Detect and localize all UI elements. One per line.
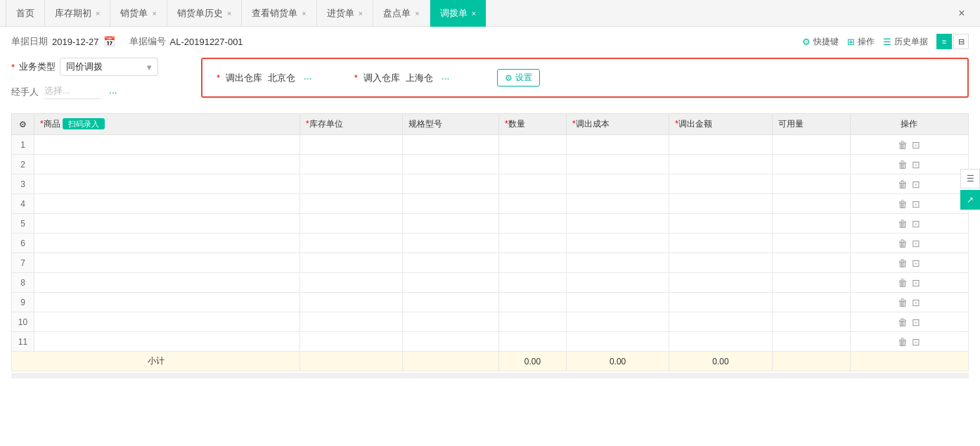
delete-row-10-button[interactable]: 🗑	[898, 317, 908, 328]
tab-purchase-order[interactable]: 进货单 ×	[317, 0, 373, 27]
cost-cell-10[interactable]	[566, 312, 669, 332]
spec-cell-9[interactable]	[403, 293, 499, 312]
delete-row-1-button[interactable]: 🗑	[898, 139, 908, 151]
copy-row-2-button[interactable]: ⊡	[912, 159, 920, 170]
person-select[interactable]: 选择...	[44, 84, 101, 99]
unit-cell-6[interactable]	[300, 234, 403, 253]
tab-transfer-close[interactable]: ×	[472, 9, 476, 18]
delete-row-4-button[interactable]: 🗑	[898, 198, 908, 210]
tab-inventory-init-close[interactable]: ×	[96, 9, 100, 18]
amount-cell-5[interactable]	[669, 214, 772, 234]
amount-cell-11[interactable]	[669, 332, 772, 352]
copy-row-10-button[interactable]: ⊡	[912, 317, 920, 328]
qty-cell-11[interactable]	[498, 332, 566, 352]
settings-button[interactable]: ⚙ 设置	[497, 69, 540, 87]
spec-cell-3[interactable]	[403, 174, 499, 194]
cost-cell-6[interactable]	[566, 234, 669, 253]
product-cell-6[interactable]	[34, 234, 300, 253]
product-cell-5[interactable]	[34, 214, 300, 234]
amount-cell-6[interactable]	[669, 234, 772, 253]
person-more-button[interactable]: ···	[109, 87, 117, 98]
available-cell-2[interactable]	[772, 155, 850, 174]
unit-cell-3[interactable]	[300, 174, 403, 194]
unit-cell-5[interactable]	[300, 214, 403, 234]
shortcut-keys-button[interactable]: ⚙ 快捷键	[802, 36, 839, 48]
right-panel-list-button[interactable]: ☰	[960, 169, 980, 189]
qty-cell-6[interactable]	[498, 234, 566, 253]
operations-button[interactable]: ⊞ 操作	[847, 36, 875, 48]
copy-row-3-button[interactable]: ⊡	[912, 179, 920, 190]
transfer-in-more-button[interactable]: ···	[441, 72, 450, 84]
cost-cell-7[interactable]	[566, 253, 669, 273]
grid-view-button[interactable]: ⊟	[953, 34, 969, 49]
product-cell-8[interactable]	[34, 273, 300, 293]
available-cell-11[interactable]	[772, 332, 850, 352]
delete-row-6-button[interactable]: 🗑	[898, 238, 908, 249]
copy-row-1-button[interactable]: ⊡	[912, 139, 920, 151]
transfer-out-more-button[interactable]: ···	[304, 72, 312, 84]
copy-row-5-button[interactable]: ⊡	[912, 218, 920, 229]
copy-row-11-button[interactable]: ⊡	[912, 336, 920, 348]
tab-view-sales-close[interactable]: ×	[302, 9, 306, 18]
transfer-in-value[interactable]: 上海仓	[406, 72, 433, 84]
tab-transfer[interactable]: 调拨单 ×	[430, 0, 486, 27]
amount-cell-2[interactable]	[669, 155, 772, 174]
copy-row-7-button[interactable]: ⊡	[912, 257, 920, 269]
available-cell-7[interactable]	[772, 253, 850, 273]
delete-row-5-button[interactable]: 🗑	[898, 218, 908, 229]
horizontal-scrollbar[interactable]	[11, 373, 969, 378]
spec-cell-6[interactable]	[403, 234, 499, 253]
product-cell-7[interactable]	[34, 253, 300, 273]
tab-sales-order-close[interactable]: ×	[152, 9, 156, 18]
unit-cell-10[interactable]	[300, 312, 403, 332]
unit-cell-9[interactable]	[300, 293, 403, 312]
transfer-out-value[interactable]: 北京仓	[268, 72, 295, 84]
cost-cell-8[interactable]	[566, 273, 669, 293]
unit-cell-2[interactable]	[300, 155, 403, 174]
list-view-button[interactable]: ≡	[936, 34, 952, 49]
qty-cell-7[interactable]	[498, 253, 566, 273]
tab-sales-history-close[interactable]: ×	[227, 9, 231, 18]
spec-cell-10[interactable]	[403, 312, 499, 332]
product-cell-4[interactable]	[34, 194, 300, 214]
tab-home[interactable]: 首页	[6, 0, 45, 27]
available-cell-4[interactable]	[772, 194, 850, 214]
delete-row-7-button[interactable]: 🗑	[898, 257, 908, 269]
available-cell-6[interactable]	[772, 234, 850, 253]
qty-cell-2[interactable]	[498, 155, 566, 174]
amount-cell-7[interactable]	[669, 253, 772, 273]
unit-cell-8[interactable]	[300, 273, 403, 293]
product-cell-9[interactable]	[34, 293, 300, 312]
qty-cell-9[interactable]	[498, 293, 566, 312]
product-cell-11[interactable]	[34, 332, 300, 352]
calendar-icon[interactable]: 📅	[103, 36, 115, 47]
cost-cell-11[interactable]	[566, 332, 669, 352]
qty-cell-5[interactable]	[498, 214, 566, 234]
tab-stock-take[interactable]: 盘点单 ×	[373, 0, 430, 27]
cost-cell-9[interactable]	[566, 293, 669, 312]
delete-row-3-button[interactable]: 🗑	[898, 179, 908, 190]
copy-row-6-button[interactable]: ⊡	[912, 238, 920, 249]
spec-cell-5[interactable]	[403, 214, 499, 234]
spec-cell-8[interactable]	[403, 273, 499, 293]
unit-cell-11[interactable]	[300, 332, 403, 352]
amount-cell-3[interactable]	[669, 174, 772, 194]
qty-cell-1[interactable]	[498, 135, 566, 155]
product-cell-2[interactable]	[34, 155, 300, 174]
delete-row-9-button[interactable]: 🗑	[898, 297, 908, 308]
spec-cell-7[interactable]	[403, 253, 499, 273]
unit-cell-4[interactable]	[300, 194, 403, 214]
right-panel-export-button[interactable]: ↗	[960, 190, 980, 210]
amount-cell-10[interactable]	[669, 312, 772, 332]
available-cell-3[interactable]	[772, 174, 850, 194]
cost-cell-1[interactable]	[566, 135, 669, 155]
window-close-button[interactable]: ×	[949, 0, 974, 27]
delete-row-11-button[interactable]: 🗑	[898, 336, 908, 348]
delete-row-8-button[interactable]: 🗑	[898, 277, 908, 288]
cost-cell-2[interactable]	[566, 155, 669, 174]
qty-cell-10[interactable]	[498, 312, 566, 332]
delete-row-2-button[interactable]: 🗑	[898, 159, 908, 170]
unit-cell-7[interactable]	[300, 253, 403, 273]
available-cell-5[interactable]	[772, 214, 850, 234]
spec-cell-1[interactable]	[403, 135, 499, 155]
